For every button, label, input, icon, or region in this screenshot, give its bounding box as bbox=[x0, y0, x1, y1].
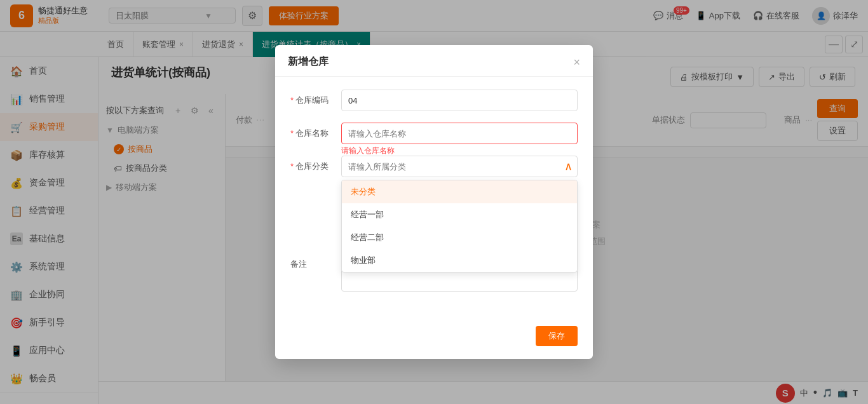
modal-overlay[interactable]: 新增仓库 × 仓库编码 仓库名称 请输入仓库名称 仓库分类 bbox=[0, 0, 868, 404]
warehouse-code-input[interactable] bbox=[341, 90, 578, 111]
dropdown-item-dept3[interactable]: 物业部 bbox=[342, 249, 577, 272]
modal-header: 新增仓库 × bbox=[275, 45, 593, 77]
warehouse-code-field bbox=[341, 90, 578, 111]
dropdown-item-dept2[interactable]: 经营二部 bbox=[342, 226, 577, 249]
warehouse-code-row: 仓库编码 bbox=[290, 90, 578, 111]
warehouse-name-field: 请输入仓库名称 bbox=[341, 123, 578, 144]
dropdown-item-dept1[interactable]: 经营一部 bbox=[342, 203, 577, 226]
warehouse-category-label: 仓库分类 bbox=[290, 156, 341, 172]
warehouse-name-error: 请输入仓库名称 bbox=[341, 145, 395, 156]
category-dropdown: 未分类 经营一部 经营二部 物业部 bbox=[341, 180, 578, 273]
save-button[interactable]: 保存 bbox=[536, 326, 578, 346]
category-arrow-up-icon[interactable]: ∧ bbox=[564, 159, 573, 173]
warehouse-name-input[interactable] bbox=[341, 123, 578, 144]
warehouse-category-row: 仓库分类 ∧ 未分类 经营一部 经营二部 物业部 bbox=[290, 156, 578, 177]
modal-footer: 保存 bbox=[275, 318, 593, 359]
warehouse-name-label: 仓库名称 bbox=[290, 123, 341, 139]
modal-body: 仓库编码 仓库名称 请输入仓库名称 仓库分类 ∧ bbox=[275, 77, 593, 318]
dropdown-item-unclassified[interactable]: 未分类 bbox=[342, 180, 577, 203]
warehouse-name-row: 仓库名称 请输入仓库名称 bbox=[290, 123, 578, 144]
note-label: 备注 bbox=[290, 253, 341, 270]
modal-title: 新增仓库 bbox=[288, 55, 329, 69]
modal-close-button[interactable]: × bbox=[573, 57, 580, 68]
warehouse-code-label: 仓库编码 bbox=[290, 90, 341, 106]
add-warehouse-modal: 新增仓库 × 仓库编码 仓库名称 请输入仓库名称 仓库分类 bbox=[275, 45, 593, 359]
warehouse-category-field: ∧ 未分类 经营一部 经营二部 物业部 bbox=[341, 156, 578, 177]
warehouse-category-input[interactable] bbox=[341, 156, 578, 177]
